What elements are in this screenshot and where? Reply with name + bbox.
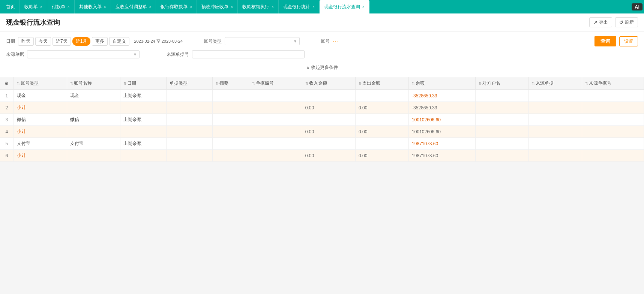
date-range: 2023-02-24 至 2023-03-24: [134, 39, 183, 44]
close-icon[interactable]: ×: [104, 5, 106, 9]
more-dots[interactable]: ···: [333, 38, 339, 44]
chevron-down-icon: ▾: [134, 52, 136, 57]
col-balance[interactable]: ⇅余额: [409, 77, 476, 90]
date-custom[interactable]: 自定义: [109, 37, 129, 46]
sort-icon: ⇅: [359, 81, 362, 85]
cell-account-name: [67, 102, 120, 114]
close-icon[interactable]: ×: [40, 5, 42, 9]
table-row: 4小计0.000.00100102606.60: [0, 126, 644, 138]
cell-expense: 0.00: [355, 126, 408, 138]
cell-account-type: 现金: [14, 90, 67, 102]
source-doc-select[interactable]: ▾: [27, 50, 140, 58]
cell-counterpart: [475, 102, 528, 114]
nav-prepay[interactable]: 预收冲应收单 ×: [197, 0, 238, 13]
export-button[interactable]: ↗ 导出: [589, 17, 612, 27]
nav-other-income[interactable]: 其他收入单 ×: [75, 0, 111, 13]
cell-income: 0.00: [302, 102, 355, 114]
cell-account-name: [67, 150, 120, 162]
row-number: 3: [0, 114, 14, 126]
cell-date: 上期余额: [120, 138, 166, 150]
cell-account-type: 小计: [14, 150, 67, 162]
close-icon[interactable]: ×: [362, 5, 365, 9]
cell-doc-type: [166, 90, 212, 102]
cell-doc-type: [166, 126, 212, 138]
cell-date: [120, 126, 166, 138]
col-account-type[interactable]: ⇅账号类型: [14, 77, 67, 90]
cell-source-doc: [528, 102, 582, 114]
ai-button[interactable]: Ai: [632, 3, 642, 10]
nav-bank-flow[interactable]: 现金银行流水查询 ×: [320, 0, 369, 13]
cell-account-name: 支付宝: [67, 138, 120, 150]
date-more[interactable]: 更多: [92, 37, 108, 46]
page-header: 现金银行流水查询 ↗ 导出 ↺ 刷新: [0, 13, 644, 31]
cell-income: 0.00: [302, 126, 355, 138]
cell-income: [302, 138, 355, 150]
collapse-bar[interactable]: ∧ 收起更多条件: [6, 62, 638, 72]
close-icon[interactable]: ×: [272, 5, 274, 9]
nav-collection[interactable]: 收款核销执行 ×: [238, 0, 279, 13]
page-title: 现金银行流水查询: [6, 18, 60, 27]
cell-income: [302, 114, 355, 126]
nav-bank-stats[interactable]: 现金银行统计 ×: [279, 0, 320, 13]
table-row: 2小计0.000.00-3528659.33: [0, 102, 644, 114]
cell-source-doc_num: [582, 102, 644, 114]
cell-doc-type: [166, 114, 212, 126]
cell-account-name: [67, 126, 120, 138]
table-row: 5支付宝支付宝上期余额19871073.60: [0, 138, 644, 150]
cell-expense: 0.00: [355, 150, 408, 162]
source-doc-num-input[interactable]: [192, 50, 305, 58]
settings-button[interactable]: 设置: [619, 36, 638, 46]
close-icon[interactable]: ×: [68, 5, 70, 9]
account-type-select[interactable]: ▾: [225, 37, 300, 45]
cell-doc-type: [166, 102, 212, 114]
cell-account-type: 小计: [14, 102, 67, 114]
cell-counterpart: [475, 150, 528, 162]
source-doc-num-label: 来源单据号: [167, 51, 189, 58]
col-source-doc-num[interactable]: ⇅来源单据号: [582, 77, 644, 90]
cell-doc-type: [166, 138, 212, 150]
cell-date: 上期余额: [120, 114, 166, 126]
nav-bank-deposit[interactable]: 银行存取款单 ×: [156, 0, 197, 13]
filter-row-1: 日期 昨天 今天 近7天 近1月 更多 自定义 2023-02-24 至 202…: [6, 36, 638, 46]
table-row: 3微信微信上期余额100102606.60: [0, 114, 644, 126]
col-doc-type[interactable]: 单据类型: [166, 77, 212, 90]
col-counterpart[interactable]: ⇅对方户名: [475, 77, 528, 90]
close-icon[interactable]: ×: [231, 5, 233, 9]
close-icon[interactable]: ×: [149, 5, 152, 9]
col-date[interactable]: ⇅日期: [120, 77, 166, 90]
cell-balance: -3528659.33: [409, 102, 476, 114]
cell-account-name: 现金: [67, 90, 120, 102]
col-expense[interactable]: ⇅支出金额: [355, 77, 408, 90]
top-nav: 首页 收款单 × 付款单 × 其他收入单 × 应收应付调整单 × 银行存取款单 …: [0, 0, 644, 13]
cell-counterpart: [475, 126, 528, 138]
col-settings[interactable]: ⚙: [0, 77, 14, 90]
col-account-name[interactable]: ⇅账号名称: [67, 77, 120, 90]
close-icon[interactable]: ×: [312, 5, 315, 9]
date-7days[interactable]: 近7天: [53, 37, 71, 46]
col-summary[interactable]: ⇅摘要: [213, 77, 249, 90]
account-label: 账号: [321, 38, 330, 45]
cell-source-doc: [528, 150, 582, 162]
cell-source-doc_num: [582, 90, 644, 102]
cell-expense: [355, 114, 408, 126]
date-1month[interactable]: 近1月: [72, 37, 91, 46]
filter-area: 日期 昨天 今天 近7天 近1月 更多 自定义 2023-02-24 至 202…: [0, 31, 644, 77]
nav-payment[interactable]: 付款单 ×: [47, 0, 75, 13]
cell-expense: [355, 138, 408, 150]
nav-adjustment[interactable]: 应收应付调整单 ×: [111, 0, 156, 13]
row-number: 4: [0, 126, 14, 138]
date-yesterday[interactable]: 昨天: [18, 37, 34, 46]
cell-balance: 100102606.60: [409, 126, 476, 138]
refresh-icon: ↺: [619, 19, 623, 25]
date-today[interactable]: 今天: [35, 37, 51, 46]
query-button[interactable]: 查询: [594, 36, 616, 46]
col-doc-number[interactable]: ⇅单据编号: [249, 77, 302, 90]
close-icon[interactable]: ×: [190, 5, 192, 9]
nav-home[interactable]: 首页: [2, 0, 20, 13]
col-income[interactable]: ⇅收入金额: [302, 77, 355, 90]
refresh-button[interactable]: ↺ 刷新: [615, 17, 638, 27]
col-source-doc[interactable]: ⇅来源单据: [528, 77, 582, 90]
nav-receipt[interactable]: 收款单 ×: [20, 0, 47, 13]
cell-source-doc_num: [582, 114, 644, 126]
sort-icon: ⇅: [216, 81, 219, 85]
